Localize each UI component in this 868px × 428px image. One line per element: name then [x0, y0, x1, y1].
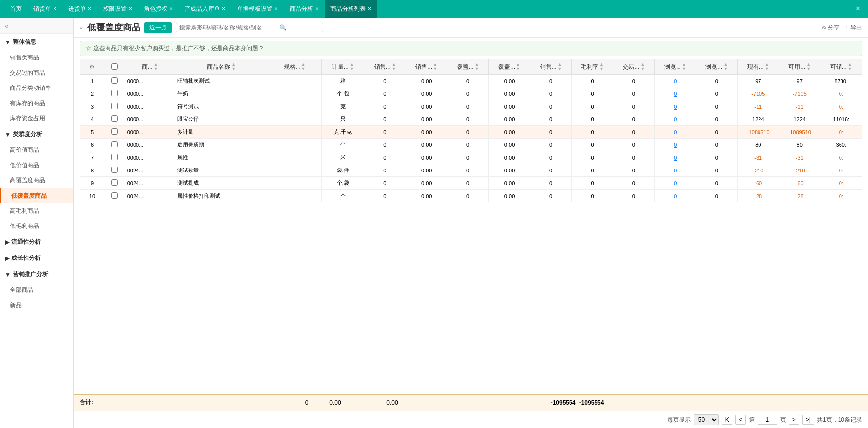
- row-current: -60: [737, 177, 779, 190]
- date-filter-button[interactable]: 近一月: [144, 22, 172, 33]
- per-page-select[interactable]: 50 10 20 100: [694, 414, 719, 425]
- sidebar-section-overall[interactable]: ▼ 整体信息: [0, 34, 73, 50]
- row-gross: 0: [571, 190, 613, 202]
- sidebar-section-marketing[interactable]: ▼ 营销推广分析: [0, 266, 73, 283]
- nav-doc-template[interactable]: 单据模板设置 ×: [231, 0, 284, 18]
- sidebar-item-traded-products[interactable]: 交易过的商品: [0, 65, 73, 81]
- row-browse1[interactable]: 0: [654, 190, 696, 202]
- window-close-button[interactable]: ×: [852, 4, 864, 13]
- row-checkbox[interactable]: [105, 139, 125, 151]
- row-checkbox[interactable]: [105, 126, 125, 139]
- sort-icon-trans[interactable]: ▲▼: [640, 62, 645, 71]
- row-sales3: 0: [530, 126, 571, 139]
- row-trans: 0: [613, 75, 654, 87]
- row-num: 4: [80, 113, 105, 126]
- sidebar-item-high-value[interactable]: 高价值商品: [0, 143, 73, 158]
- share-button[interactable]: ⎋ 分享: [822, 24, 840, 32]
- sidebar-item-low-coverage[interactable]: 低覆盖度商品: [0, 188, 73, 203]
- row-browse1[interactable]: 0: [654, 75, 696, 87]
- sort-icon-cover1[interactable]: ▲▼: [475, 62, 479, 71]
- sidebar: « ▼ 整体信息 销售类商品 交易过的商品 商品分类动销率 有库存的商品 库存资…: [0, 18, 74, 428]
- settings-icon[interactable]: ⚙: [89, 63, 95, 70]
- row-browse1[interactable]: 0: [654, 100, 696, 113]
- sidebar-section-liquidity[interactable]: ▶ 流通性分析: [0, 234, 73, 250]
- sort-icon-code[interactable]: ▲▼: [154, 62, 158, 71]
- row-spec: [268, 164, 321, 177]
- row-name: 启用保质期: [175, 139, 268, 151]
- search-input[interactable]: [179, 24, 277, 31]
- sidebar-item-high-margin[interactable]: 高毛利商品: [0, 203, 73, 219]
- row-checkbox[interactable]: [105, 100, 125, 113]
- sort-icon-spec[interactable]: ▲▼: [301, 62, 306, 71]
- sidebar-item-all-products[interactable]: 全部商品: [0, 283, 73, 298]
- row-trans: 0: [613, 164, 654, 177]
- first-page-button[interactable]: K: [722, 415, 732, 425]
- sort-icon-browse1[interactable]: ▲▼: [682, 62, 686, 71]
- prev-page-button[interactable]: <: [735, 415, 746, 425]
- sort-icon-available[interactable]: ▲▼: [806, 62, 811, 71]
- sidebar-section-cluster[interactable]: ▼ 类群度分析: [0, 126, 73, 143]
- row-cover2: 0.00: [488, 75, 530, 87]
- row-current: 1224: [737, 113, 779, 126]
- sort-icon-current[interactable]: ▲▼: [765, 62, 769, 71]
- sidebar-item-low-value[interactable]: 低价值商品: [0, 158, 73, 173]
- sidebar-item-sales-products[interactable]: 销售类商品: [0, 50, 73, 65]
- sidebar-item-high-coverage[interactable]: 高覆盖度商品: [0, 173, 73, 188]
- row-browse1[interactable]: 0: [654, 126, 696, 139]
- row-name: 测试提成: [175, 177, 268, 190]
- sidebar-collapse-button[interactable]: «: [5, 22, 9, 29]
- sidebar-item-stock-fund[interactable]: 库存资金占用: [0, 111, 73, 126]
- row-checkbox[interactable]: [105, 164, 125, 177]
- nav-sales-order[interactable]: 销货单 ×: [27, 0, 62, 18]
- nav-permission-settings[interactable]: 权限设置 ×: [97, 0, 138, 18]
- sort-icon-sales2[interactable]: ▲▼: [433, 62, 437, 71]
- nav-home[interactable]: 首页: [4, 0, 27, 18]
- row-browse1[interactable]: 0: [654, 164, 696, 177]
- sort-icon-sales1[interactable]: ▲▼: [392, 62, 396, 71]
- sort-icon-cover2[interactable]: ▲▼: [516, 62, 520, 71]
- current-page-input[interactable]: [758, 415, 777, 425]
- select-all-checkbox[interactable]: [111, 63, 118, 70]
- chevron-down-icon: ▼: [5, 39, 11, 46]
- sidebar-section-growth[interactable]: ▶ 成长性分析: [0, 250, 73, 266]
- sidebar-item-new-products[interactable]: 新品: [0, 298, 73, 313]
- sidebar-item-in-stock[interactable]: 有库存的商品: [0, 96, 73, 111]
- row-sales3: 0: [530, 75, 571, 87]
- last-page-button[interactable]: >|: [802, 415, 814, 425]
- sidebar-item-category-rate[interactable]: 商品分类动销率: [0, 81, 73, 96]
- row-browse1[interactable]: 0: [654, 87, 696, 100]
- row-checkbox[interactable]: [105, 113, 125, 126]
- sort-icon-name[interactable]: ▲▼: [231, 62, 236, 71]
- row-checkbox[interactable]: [105, 177, 125, 190]
- row-checkbox[interactable]: [105, 87, 125, 100]
- sort-icon-sellable[interactable]: ▲▼: [848, 62, 852, 71]
- row-gross: 0: [571, 177, 613, 190]
- sort-icon-browse2[interactable]: ▲▼: [723, 62, 728, 71]
- row-checkbox[interactable]: [105, 190, 125, 202]
- col-header-sales3: 销售... ▲▼: [530, 59, 571, 75]
- row-browse1[interactable]: 0: [654, 113, 696, 126]
- nav-purchase-order[interactable]: 进货单 ×: [62, 0, 97, 18]
- search-icon[interactable]: 🔍: [279, 24, 287, 31]
- nav-product-warehouse[interactable]: 产成品入库单 ×: [179, 0, 231, 18]
- sidebar-toggle-button[interactable]: «: [80, 24, 83, 31]
- nav-role-auth[interactable]: 角色授权 ×: [138, 0, 179, 18]
- col-header-unit: 计量... ▲▼: [322, 59, 364, 75]
- sort-icon-sales3[interactable]: ▲▼: [558, 62, 562, 71]
- row-checkbox[interactable]: [105, 151, 125, 164]
- row-browse1[interactable]: 0: [654, 139, 696, 151]
- sort-icon-unit[interactable]: ▲▼: [350, 62, 354, 71]
- row-unit: 个: [322, 139, 364, 151]
- sidebar-item-low-margin[interactable]: 低毛利商品: [0, 219, 73, 234]
- row-checkbox[interactable]: [105, 75, 125, 87]
- table-row: 8 0024... 测试数量 袋,件 0 0.00 0 0.00 0 0 0 0…: [80, 164, 862, 177]
- sort-icon-gross[interactable]: ▲▼: [599, 62, 604, 71]
- export-button[interactable]: ↑ 导出: [845, 24, 862, 32]
- nav-product-analysis-list[interactable]: 商品分析列表 ×: [325, 0, 377, 18]
- row-browse1[interactable]: 0: [654, 177, 696, 190]
- row-browse1[interactable]: 0: [654, 151, 696, 164]
- nav-product-analysis[interactable]: 商品分析 ×: [284, 0, 325, 18]
- row-spec: [268, 75, 321, 87]
- row-current: 97: [737, 75, 779, 87]
- next-page-button[interactable]: >: [789, 415, 799, 425]
